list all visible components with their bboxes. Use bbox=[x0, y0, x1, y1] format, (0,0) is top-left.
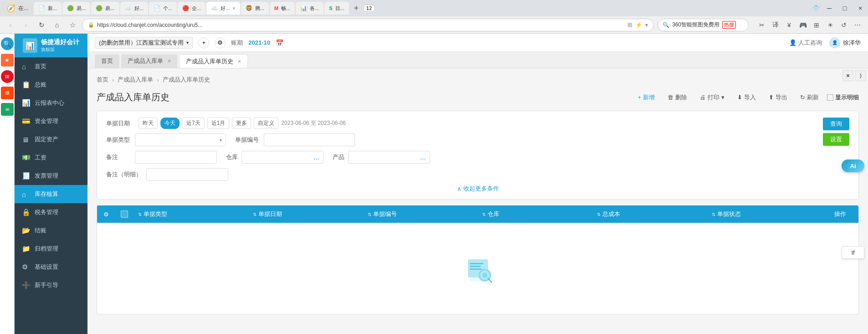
sidebar-item-invoice[interactable]: 🧾 发票管理 bbox=[15, 167, 87, 185]
tab-2[interactable]: 📄 新... bbox=[34, 2, 62, 15]
back-button[interactable]: ‹ bbox=[5, 19, 16, 31]
new-tab-button[interactable]: + bbox=[350, 2, 363, 15]
url-bar[interactable]: 🔒 https://cloud.chanjet.com/accounting/u… bbox=[82, 19, 654, 31]
date-btn-custom[interactable]: 自定义 bbox=[254, 118, 278, 129]
quick-icon-3[interactable]: W bbox=[1, 70, 14, 83]
breadcrumb-parent[interactable]: 产成品入库单 bbox=[118, 76, 153, 84]
collapse-button[interactable]: ∧ 收起更多条件 bbox=[106, 185, 849, 193]
refresh-button-action[interactable]: ↻ 刷新 bbox=[796, 92, 823, 103]
th-checkbox-cell[interactable] bbox=[115, 211, 134, 218]
tab-8-close[interactable]: × bbox=[232, 5, 235, 11]
print-button[interactable]: 🖨 打印 ▾ bbox=[695, 92, 729, 103]
home-button[interactable]: ⌂ bbox=[51, 19, 63, 31]
tab-10[interactable]: M 畅... bbox=[270, 2, 295, 15]
quick-icon-5[interactable]: ✉ bbox=[1, 103, 14, 116]
th-status[interactable]: ⇅ 单据状态 bbox=[707, 210, 822, 218]
quick-icon-1[interactable]: 🔍 bbox=[1, 37, 14, 50]
tab-12[interactable]: S 目... bbox=[324, 2, 349, 15]
tab-3[interactable]: 🟢 易... bbox=[62, 2, 90, 15]
quick-icon-4[interactable]: 微 bbox=[1, 87, 14, 99]
user-service-btn[interactable]: 👤 人工咨询 bbox=[789, 39, 822, 47]
print-dropdown[interactable]: ▾ bbox=[721, 94, 724, 101]
minimize-button[interactable]: ─ bbox=[823, 2, 835, 14]
grid2-icon[interactable]: ⊞ bbox=[811, 19, 822, 31]
display-toggle[interactable]: 显示明细 bbox=[827, 93, 859, 102]
quick-icon-2[interactable]: ★ bbox=[1, 54, 14, 67]
sidebar-item-checkout[interactable]: 📂 结账 bbox=[15, 221, 87, 240]
close-button[interactable]: × bbox=[854, 2, 866, 14]
sidebar-item-fixed[interactable]: 🖥 固定资产 bbox=[15, 130, 87, 149]
theme-icon[interactable]: ☀ bbox=[824, 19, 836, 31]
sidebar-item-inventory[interactable]: ⌂ 库存核算 bbox=[15, 185, 87, 203]
tab-list[interactable]: 产成品入库单 × bbox=[121, 54, 177, 68]
ai-badge[interactable]: Ai bbox=[842, 159, 864, 172]
type-select[interactable]: ▾ bbox=[135, 134, 226, 146]
tab-5[interactable]: ☁️ 好... bbox=[120, 2, 148, 15]
date-btn-today[interactable]: 今天 bbox=[160, 118, 180, 129]
export-button[interactable]: ⬆ 导出 bbox=[764, 92, 792, 103]
date-btn-1month[interactable]: 近1月 bbox=[207, 118, 230, 129]
tab-6[interactable]: 📄 个... bbox=[149, 2, 177, 15]
th-date[interactable]: ⇅ 单据日期 bbox=[248, 210, 363, 218]
tab-7[interactable]: 🔴 企... bbox=[178, 2, 205, 15]
th-gear[interactable]: ⚙ bbox=[97, 211, 115, 218]
url-dropdown-icon[interactable]: ▾ bbox=[645, 22, 648, 28]
bookmark-button[interactable]: ☆ bbox=[67, 19, 78, 31]
sidebar-item-archive[interactable]: 📁 归档管理 bbox=[15, 240, 87, 258]
tab-8-active[interactable]: ☁️ 好... × bbox=[206, 2, 240, 15]
company-selector[interactable]: (勿删勿禁用）江西服宝测试专用 ▾ bbox=[95, 37, 193, 49]
sidebar-item-salary[interactable]: 💵 工资 bbox=[15, 149, 87, 167]
tab-navigate[interactable]: 🧭 在... bbox=[2, 2, 33, 15]
number-input[interactable] bbox=[264, 134, 355, 146]
import-button[interactable]: ⬇ 导入 bbox=[733, 92, 760, 103]
add-button[interactable]: + 新增 bbox=[633, 92, 659, 103]
scissors-icon[interactable]: ✂ bbox=[756, 19, 768, 31]
date-btn-yesterday[interactable]: 昨天 bbox=[139, 118, 158, 129]
search-bar[interactable]: 🔍 360智能抠图免费用 热搜 bbox=[657, 19, 749, 31]
product-select[interactable]: ... bbox=[348, 151, 430, 164]
settings-button[interactable]: 设置 bbox=[823, 133, 849, 146]
display-checkbox[interactable] bbox=[827, 94, 833, 101]
th-cost[interactable]: ⇅ 总成本 bbox=[592, 210, 707, 218]
tab-history[interactable]: 产成品入库单历史 × bbox=[179, 54, 248, 68]
tab-history-close[interactable]: × bbox=[238, 58, 241, 65]
breadcrumb-home[interactable]: 首页 bbox=[97, 76, 108, 84]
th-type[interactable]: ⇅ 单据类型 bbox=[134, 210, 248, 218]
th-number[interactable]: ⇅ 单据编号 bbox=[363, 210, 478, 218]
if-badge[interactable]: If bbox=[842, 246, 864, 259]
game-icon[interactable]: 🎮 bbox=[797, 19, 809, 31]
date-btn-more[interactable]: 更多 bbox=[232, 118, 251, 129]
tab-home[interactable]: 首页 bbox=[95, 54, 119, 68]
settings-icon-small[interactable]: ⚙ bbox=[215, 37, 226, 48]
forward-button[interactable]: › bbox=[20, 19, 32, 31]
delete-button[interactable]: 🗑 删除 bbox=[663, 92, 692, 103]
sidebar-item-home[interactable]: ⌂ 首页 bbox=[15, 57, 87, 76]
undo-icon[interactable]: ↺ bbox=[838, 19, 850, 31]
more-icon[interactable]: ⋯ bbox=[852, 19, 863, 31]
warehouse-select[interactable]: ... bbox=[241, 151, 324, 164]
tab-list-close[interactable]: × bbox=[168, 58, 171, 64]
header-checkbox[interactable] bbox=[121, 211, 128, 218]
sidebar-item-more[interactable]: ➕ 新手引导 bbox=[15, 276, 87, 294]
detail-remark-input[interactable] bbox=[146, 168, 228, 181]
period-value[interactable]: 2021-10 bbox=[248, 39, 270, 46]
sidebar-item-base[interactable]: ⚙ 基础设置 bbox=[15, 258, 87, 276]
tab-11[interactable]: 📊 各... bbox=[296, 2, 324, 15]
dress-icon[interactable]: 👕 bbox=[812, 5, 820, 12]
calendar-icon[interactable]: 📅 bbox=[276, 39, 283, 46]
yuan-icon[interactable]: ¥ bbox=[783, 19, 795, 31]
translate-icon[interactable]: 译 bbox=[770, 19, 781, 31]
date-btn-7days[interactable]: 近7天 bbox=[182, 118, 205, 129]
panel-close-button[interactable]: × bbox=[842, 70, 853, 81]
query-button[interactable]: 查询 bbox=[823, 118, 849, 130]
maximize-button[interactable]: □ bbox=[839, 2, 851, 14]
tab-4[interactable]: 🟢 易... bbox=[91, 2, 119, 15]
sidebar-item-report[interactable]: 📊 云报表中心 bbox=[15, 94, 87, 112]
tab-9[interactable]: 🦁 腾... bbox=[241, 2, 269, 15]
add-company-button[interactable]: + bbox=[198, 37, 209, 48]
panel-expand-button[interactable]: ⟩ bbox=[855, 70, 866, 81]
th-warehouse[interactable]: ⇅ 仓库 bbox=[478, 210, 592, 218]
sidebar-item-fund[interactable]: 💳 资金管理 bbox=[15, 112, 87, 130]
refresh-button[interactable]: ↻ bbox=[36, 19, 47, 31]
tab-count-badge[interactable]: 12 bbox=[364, 5, 375, 12]
